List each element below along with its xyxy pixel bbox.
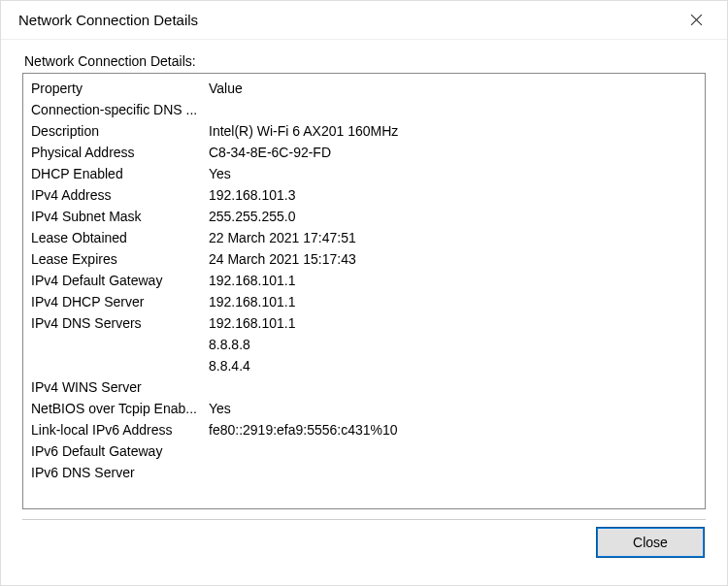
value-cell: 192.168.101.1 [209, 270, 697, 291]
property-cell [31, 334, 209, 355]
header-row: Property Value [31, 78, 697, 99]
table-row[interactable]: Physical AddressC8-34-8E-6C-92-FD [31, 142, 697, 163]
table-row[interactable]: IPv4 DNS Servers192.168.101.1 [31, 312, 697, 334]
value-cell: fe80::2919:efa9:5556:c431%10 [209, 419, 697, 440]
property-cell: IPv4 DNS Servers [31, 312, 209, 334]
table-row[interactable]: Lease Expires24 March 2021 15:17:43 [31, 248, 697, 270]
value-cell: 24 March 2021 15:17:43 [209, 248, 697, 270]
section-label: Network Connection Details: [22, 53, 706, 69]
property-cell: IPv4 Address [31, 184, 209, 206]
titlebar-close-button[interactable] [677, 5, 715, 36]
table-row[interactable]: 8.8.8.8 [31, 334, 697, 355]
property-cell: Lease Obtained [31, 227, 209, 248]
property-cell: Connection-specific DNS ... [31, 99, 209, 120]
value-cell: Yes [209, 163, 697, 184]
table-row[interactable]: NetBIOS over Tcpip Enab...Yes [31, 398, 697, 419]
value-cell [209, 99, 697, 120]
value-cell [209, 462, 697, 483]
value-cell: 255.255.255.0 [209, 206, 697, 227]
table-row[interactable]: IPv4 Default Gateway192.168.101.1 [31, 270, 697, 291]
table-row[interactable]: DescriptionIntel(R) Wi-Fi 6 AX201 160MHz [31, 120, 697, 142]
dialog-content: Network Connection Details: Property Val… [1, 40, 727, 585]
table-row[interactable]: IPv4 Subnet Mask255.255.255.0 [31, 206, 697, 227]
property-cell: Lease Expires [31, 248, 209, 270]
table-row[interactable]: Lease Obtained22 March 2021 17:47:51 [31, 227, 697, 248]
table-row[interactable]: IPv4 Address192.168.101.3 [31, 184, 697, 206]
value-cell: Intel(R) Wi-Fi 6 AX201 160MHz [209, 120, 697, 142]
value-cell [209, 440, 697, 462]
header-property: Property [31, 78, 209, 99]
property-cell: IPv4 DHCP Server [31, 291, 209, 312]
value-cell: C8-34-8E-6C-92-FD [209, 142, 697, 163]
header-value: Value [209, 78, 697, 99]
property-cell: Link-local IPv6 Address [31, 419, 209, 440]
details-listview[interactable]: Property Value Connection-specific DNS .… [22, 73, 706, 509]
property-cell [31, 355, 209, 376]
table-row[interactable]: IPv6 DNS Server [31, 462, 697, 483]
table-row[interactable]: IPv6 Default Gateway [31, 440, 697, 462]
close-icon [690, 14, 703, 26]
table-row[interactable]: Link-local IPv6 Addressfe80::2919:efa9:5… [31, 419, 697, 440]
property-cell: DHCP Enabled [31, 163, 209, 184]
property-cell: IPv4 Subnet Mask [31, 206, 209, 227]
table-row[interactable]: Connection-specific DNS ... [31, 99, 697, 120]
property-cell: Physical Address [31, 142, 209, 163]
table-row[interactable]: DHCP EnabledYes [31, 163, 697, 184]
value-cell: 8.8.4.4 [209, 355, 697, 376]
property-cell: IPv4 Default Gateway [31, 270, 209, 291]
value-cell: 192.168.101.1 [209, 312, 697, 334]
property-cell: Description [31, 120, 209, 142]
property-cell: IPv6 DNS Server [31, 462, 209, 483]
value-cell: 192.168.101.1 [209, 291, 697, 312]
table-row[interactable]: IPv4 WINS Server [31, 376, 697, 398]
value-cell [209, 376, 697, 398]
table-row[interactable]: IPv4 DHCP Server192.168.101.1 [31, 291, 697, 312]
property-cell: IPv6 Default Gateway [31, 440, 209, 462]
close-button[interactable]: Close [597, 528, 704, 557]
property-cell: IPv4 WINS Server [31, 376, 209, 398]
titlebar: Network Connection Details [1, 1, 727, 40]
property-cell: NetBIOS over Tcpip Enab... [31, 398, 209, 419]
value-cell: 8.8.8.8 [209, 334, 697, 355]
separator [22, 519, 706, 520]
window-title: Network Connection Details [18, 12, 677, 28]
value-cell: 22 March 2021 17:47:51 [209, 227, 697, 248]
button-row: Close [22, 528, 706, 561]
value-cell: Yes [209, 398, 697, 419]
table-row[interactable]: 8.8.4.4 [31, 355, 697, 376]
value-cell: 192.168.101.3 [209, 184, 697, 206]
dialog-window: Network Connection Details Network Conne… [0, 0, 728, 586]
details-inner: Property Value Connection-specific DNS .… [23, 74, 705, 491]
